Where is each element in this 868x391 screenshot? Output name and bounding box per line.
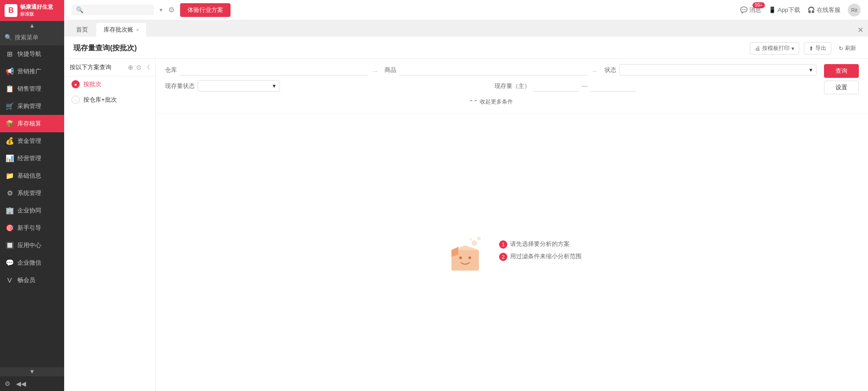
query-button[interactable]: 查询 xyxy=(824,64,859,78)
warehouse-more-btn[interactable]: ... xyxy=(373,67,377,73)
sidebar-item-purchase[interactable]: 🛒 采购管理 xyxy=(0,98,64,115)
online-service-label: 在线客服 xyxy=(817,6,841,14)
sidebar-item-vip[interactable]: V 畅会员 xyxy=(0,272,64,289)
svg-point-5 xyxy=(472,240,477,246)
tab-panel-close-btn[interactable]: ✕ xyxy=(857,26,863,34)
sidebar-item-operations[interactable]: 📊 经营管理 xyxy=(0,150,64,167)
settings-button[interactable]: 设置 xyxy=(824,81,859,94)
status-label: 状态 xyxy=(604,66,616,74)
app-title-block: 畅康通好生意 标准版 xyxy=(20,4,53,17)
sidebar-item-guide[interactable]: 🎯 新手引导 xyxy=(0,219,64,237)
top-search-input[interactable] xyxy=(85,6,140,13)
inventory-qty-max-input[interactable] xyxy=(590,81,636,92)
sidebar-item-wechat[interactable]: 💬 企业微信 xyxy=(0,254,64,272)
top-bar: 🔍 ▾ ⚙ 体验行业方案 💬 消息 99+ 📱 App下载 🎧 在线客服 Rit xyxy=(64,0,868,20)
product-more-btn[interactable]: ... xyxy=(593,67,597,73)
dropdown-icon[interactable]: ▾ xyxy=(159,6,163,13)
messages-btn[interactable]: 💬 消息 99+ xyxy=(740,6,761,14)
print-dropdown-icon[interactable]: ▾ xyxy=(791,45,794,52)
warehouse-label: 仓库 xyxy=(165,66,177,74)
app-download-btn[interactable]: 📱 App下载 xyxy=(769,6,800,14)
status-filter: 状态 ▾ xyxy=(604,64,817,76)
inventory-qty-label: 现存量（主） xyxy=(494,82,530,90)
sidebar-nav: ⊞ 快捷导航 📢 营销推广 📋 销售管理 🛒 采购管理 📦 库存核算 💰 资金管… xyxy=(0,45,64,367)
user-profile-btn[interactable]: Rit xyxy=(848,4,861,16)
inventory-status-select[interactable]: ▾ xyxy=(198,80,280,92)
collapse-more-label: 收起更多条件 xyxy=(480,98,513,106)
product-input[interactable] xyxy=(399,65,588,76)
sidebar-scroll-down[interactable]: ▼ xyxy=(0,367,64,376)
right-area: 仓库 ... 商品 ... xyxy=(156,59,868,391)
sidebar-scroll-up[interactable]: ▲ xyxy=(0,21,64,30)
filter-actions: 查询 设置 xyxy=(824,64,859,94)
collapse-up-icon: ⌃⌃ xyxy=(469,99,478,105)
svg-point-7 xyxy=(469,238,472,241)
collapse-more-btn[interactable]: ⌃⌃ 收起更多条件 xyxy=(165,96,817,108)
app-logo: B xyxy=(5,4,17,17)
export-button[interactable]: ⬆ 导出 xyxy=(804,42,831,54)
settings-plan-btn[interactable]: ⊙ xyxy=(136,64,142,71)
plan-inactive-icon: ○ xyxy=(71,96,80,104)
content-area: 现存量查询(按批次) 🖨 按模板打印 ▾ ⬆ 导出 ↻ 刷新 xyxy=(64,37,868,391)
body-split: 按以下方案查询 ⊕ ⊙ 《 ● 按批次 ○ 按仓库+批次 xyxy=(64,59,868,391)
print-label: 按模板打印 xyxy=(762,44,790,52)
top-search-box[interactable]: 🔍 xyxy=(71,5,154,15)
tab-close-btn[interactable]: × xyxy=(136,27,139,33)
inventory-qty-min-input[interactable] xyxy=(533,81,579,92)
page-header: 现存量查询(按批次) 🖨 按模板打印 ▾ ⬆ 导出 ↻ 刷新 xyxy=(64,37,868,59)
sidebar: B 畅康通好生意 标准版 ▲ 🔍 搜索菜单 ⊞ 快捷导航 📢 营销推广 📋 销售… xyxy=(0,0,64,391)
settings-footer-btn[interactable]: ⚙ xyxy=(5,380,11,387)
status-select[interactable]: ▾ xyxy=(619,64,817,76)
tab-home[interactable]: 首页 xyxy=(69,23,95,37)
sidebar-search[interactable]: 🔍 搜索菜单 xyxy=(0,30,64,45)
trial-button[interactable]: 体验行业方案 xyxy=(180,3,231,17)
marketing-icon: 📢 xyxy=(5,67,14,76)
sidebar-item-sales[interactable]: 📋 销售管理 xyxy=(0,80,64,98)
print-button[interactable]: 🖨 按模板打印 ▾ xyxy=(750,42,799,54)
collapse-sidebar-btn[interactable]: ◀◀ xyxy=(16,380,26,387)
tab-bar: 首页 库存批次账 × ✕ xyxy=(64,20,868,37)
refresh-button[interactable]: ↻ 刷新 xyxy=(836,43,859,54)
sidebar-item-finance[interactable]: 💰 资金管理 xyxy=(0,132,64,150)
sidebar-label-wechat: 企业微信 xyxy=(17,259,41,267)
sidebar-item-basic[interactable]: 📁 基础信息 xyxy=(0,167,64,185)
tip-num-2: 2 xyxy=(499,253,507,261)
sidebar-label-sales: 销售管理 xyxy=(17,85,41,93)
search-icon: 🔍 xyxy=(5,34,12,41)
messages-badge: 99+ xyxy=(753,2,765,8)
sales-icon: 📋 xyxy=(5,85,14,93)
sidebar-item-marketing[interactable]: 📢 营销推广 xyxy=(0,63,64,80)
printer-icon: 🖨 xyxy=(755,45,760,52)
sidebar-item-apps[interactable]: 🔲 应用中心 xyxy=(0,237,64,254)
sidebar-label-enterprise: 企业协同 xyxy=(17,206,41,215)
sidebar-item-inventory[interactable]: 📦 库存核算 xyxy=(0,115,64,132)
page-header-actions: 🖨 按模板打印 ▾ ⬆ 导出 ↻ 刷新 xyxy=(750,42,859,54)
guide-icon: 🎯 xyxy=(5,224,14,232)
sidebar-item-quick-nav[interactable]: ⊞ 快捷导航 xyxy=(0,45,64,63)
collapse-panel-btn[interactable]: 《 xyxy=(144,64,150,71)
warehouse-input[interactable] xyxy=(180,65,368,76)
finance-icon: 💰 xyxy=(5,137,14,145)
sidebar-item-system[interactable]: ⚙ 系统管理 xyxy=(0,185,64,202)
left-panel-header: 按以下方案查询 ⊕ ⊙ 《 xyxy=(64,59,155,76)
sidebar-label-system: 系统管理 xyxy=(17,189,41,197)
gear-icon[interactable]: ⚙ xyxy=(168,5,175,14)
empty-illustration xyxy=(442,229,488,275)
empty-tip-1: 1 请先选择要分析的方案 xyxy=(499,240,582,249)
qty-dash: — xyxy=(582,82,588,89)
filter-row-1: 仓库 ... 商品 ... xyxy=(165,64,817,76)
empty-tip-2: 2 用过滤条件来缩小分析范围 xyxy=(499,252,582,261)
tip-text-2: 用过滤条件来缩小分析范围 xyxy=(510,252,582,261)
plan-item-by-warehouse-batch[interactable]: ○ 按仓库+批次 xyxy=(64,92,155,108)
app-name: 畅康通好生意 xyxy=(20,4,53,11)
sidebar-item-enterprise[interactable]: 🏢 企业协同 xyxy=(0,202,64,219)
empty-state: 1 请先选择要分析的方案 2 用过滤条件来缩小分析范围 xyxy=(156,114,868,391)
tab-inventory-batch[interactable]: 库存批次账 × xyxy=(96,23,146,37)
svg-point-3 xyxy=(459,256,462,259)
sidebar-label-basic: 基础信息 xyxy=(17,172,41,180)
plan-item-by-batch[interactable]: ● 按批次 xyxy=(64,76,155,92)
sidebar-label-vip: 畅会员 xyxy=(17,276,35,284)
add-plan-btn[interactable]: ⊕ xyxy=(128,64,133,71)
svg-point-6 xyxy=(477,237,481,240)
online-service-btn[interactable]: 🎧 在线客服 xyxy=(808,6,841,14)
